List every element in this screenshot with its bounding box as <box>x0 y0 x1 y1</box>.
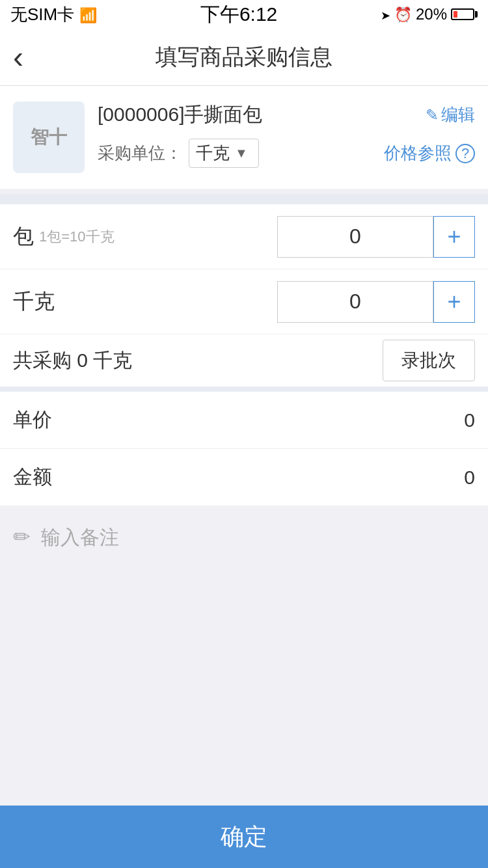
price-section: 单价 0 金额 0 <box>0 392 488 506</box>
edit-button[interactable]: 编辑 <box>426 103 475 126</box>
bag-value: 0 <box>349 224 361 249</box>
price-ref-label: 价格参照 <box>384 142 452 165</box>
note-area[interactable]: 输入备注 <box>0 506 488 806</box>
unit-price-value: 0 <box>464 409 475 431</box>
sim-label: 无SIM卡 <box>10 3 74 26</box>
bag-label: 包 <box>13 223 34 251</box>
input-section: 包 1包=10千克 0 + 千克 0 + <box>0 204 488 334</box>
unit-label: 采购单位： <box>98 142 182 165</box>
kg-plus-button[interactable]: + <box>433 281 475 323</box>
edit-icon <box>426 105 439 125</box>
bag-sublabel: 1包=10千克 <box>39 227 115 247</box>
amount-value: 0 <box>464 467 475 489</box>
battery-percent: 20% <box>416 5 447 23</box>
status-left: 无SIM卡 <box>10 3 97 26</box>
unit-select[interactable]: 千克 ▼ <box>189 139 259 168</box>
product-unit-row: 采购单位： 千克 ▼ 价格参照 ? <box>98 139 475 168</box>
bag-input-group: 0 + <box>277 216 475 258</box>
status-time: 下午6:12 <box>200 1 277 28</box>
product-name: [0000006]手撕面包 <box>98 102 262 128</box>
amount-row: 金额 0 <box>0 449 488 506</box>
product-name-row: [0000006]手撕面包 编辑 <box>98 102 475 128</box>
alarm-icon <box>394 5 412 23</box>
bag-plus-button[interactable]: + <box>433 216 475 258</box>
nav-bar: ‹ 填写商品采购信息 <box>0 29 488 86</box>
kg-input-field[interactable]: 0 <box>277 281 433 323</box>
back-button[interactable]: ‹ <box>13 39 23 75</box>
pencil-icon <box>13 524 31 549</box>
unit-selector: 采购单位： 千克 ▼ <box>98 139 259 168</box>
price-reference-button[interactable]: 价格参照 ? <box>384 142 475 165</box>
product-info: [0000006]手撕面包 编辑 采购单位： 千克 ▼ 价格参照 <box>98 102 475 168</box>
section-divider-1 <box>0 194 488 204</box>
page-title: 填写商品采购信息 <box>156 42 332 72</box>
wifi-icon <box>79 5 97 25</box>
unit-price-row: 单价 0 <box>0 392 488 449</box>
product-card: 智十 [0000006]手撕面包 编辑 采购单位： 千克 ▼ <box>0 86 488 194</box>
nav-icon <box>381 5 390 23</box>
batch-button[interactable]: 录批次 <box>383 340 475 381</box>
status-bar: 无SIM卡 下午6:12 20% <box>0 0 488 29</box>
kg-input-group: 0 + <box>277 281 475 323</box>
summary-row: 共采购 0 千克 录批次 <box>0 334 488 392</box>
unit-price-label: 单价 <box>13 407 464 433</box>
battery-icon <box>451 8 478 20</box>
edit-label: 编辑 <box>441 103 475 126</box>
bag-input-row: 包 1包=10千克 0 + <box>0 204 488 269</box>
status-right: 20% <box>381 5 478 23</box>
unit-value: 千克 <box>196 142 230 165</box>
kg-value: 0 <box>349 290 361 314</box>
kg-label: 千克 <box>13 288 55 316</box>
product-image-text: 智十 <box>31 125 67 150</box>
product-image: 智十 <box>13 102 85 173</box>
content: 智十 [0000006]手撕面包 编辑 采购单位： 千克 ▼ <box>0 86 488 868</box>
confirm-button[interactable]: 确定 <box>0 806 488 868</box>
kg-input-row: 千克 0 + <box>0 269 488 334</box>
help-icon: ? <box>455 144 475 163</box>
bag-input-field[interactable]: 0 <box>277 216 433 258</box>
summary-text: 共采购 0 千克 <box>13 347 383 374</box>
chevron-down-icon: ▼ <box>235 146 248 161</box>
amount-label: 金额 <box>13 464 464 491</box>
note-placeholder: 输入备注 <box>41 524 119 551</box>
